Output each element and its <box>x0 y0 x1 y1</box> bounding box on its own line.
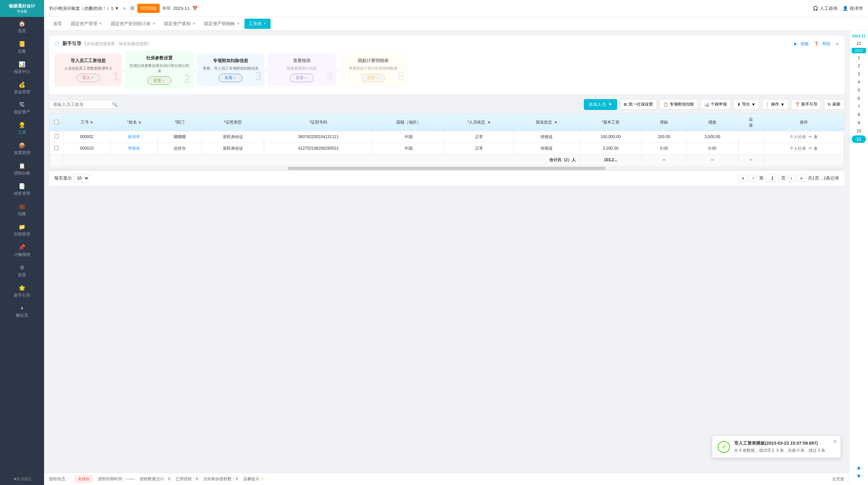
edit-btn[interactable]: ✏ <box>809 146 812 151</box>
guide-video-link[interactable]: ▶ 视频 <box>794 41 809 47</box>
step1-btn[interactable]: 导入＞ <box>76 74 100 82</box>
add-account-icon[interactable]: ＋ <box>122 5 127 12</box>
tab-payroll[interactable]: 工资表 ✕ <box>244 19 271 29</box>
calendar-month-9[interactable]: 9 <box>852 119 866 127</box>
next-page-btn[interactable]: › <box>788 174 795 182</box>
toolbar: 🔍 添加人员 ▼ ⚙ 统一社保设置 <box>49 99 844 110</box>
tab-close-icon[interactable]: ✕ <box>99 21 102 26</box>
sidebar-pin-toggle[interactable]: ◀取消固定 <box>0 473 44 485</box>
calendar-month-1[interactable]: 1 <box>852 54 866 61</box>
sidebar-item-assets[interactable]: 🏗 固定资产 <box>0 98 44 118</box>
calendar-month-3[interactable]: 3 <box>852 70 866 78</box>
personal-tax-btn[interactable]: 📊 个税申报 <box>701 99 731 110</box>
sidebar-item-expense[interactable]: 📌 小畅报销 <box>0 241 44 261</box>
row-checkbox[interactable] <box>54 146 59 150</box>
calendar-down-icon[interactable]: ▼ <box>856 473 862 480</box>
sidebar-item-close[interactable]: 💼 结账 <box>0 200 44 220</box>
calendar-month-7[interactable]: 7 <box>852 103 866 110</box>
guide-step-3: 专项附加扣除信息 查看、导入员工专项附加扣除信息 查看＞ 3 <box>197 54 264 86</box>
topbar: 刘小艳演示账套（勿删勿动！）1 ▼ ＋ ⚙ 切到旧版 账期 2023-11 📅 … <box>44 0 868 17</box>
calendar-month-11-active[interactable]: 11 <box>852 135 866 143</box>
account-selector[interactable]: 刘小艳演示账套（勿删勿动！）1 ▼ <box>49 5 119 12</box>
step5-btn[interactable]: 查看＞ <box>361 74 385 82</box>
sort-employee-id-icon[interactable]: ⇅ <box>90 120 93 124</box>
tab-close-icon[interactable]: ✕ <box>237 21 240 26</box>
sidebar-item-ledger[interactable]: 📒 总账 <box>0 37 44 58</box>
settings-gear-icon[interactable]: ⚙ <box>130 5 135 12</box>
personal-insurance-btn[interactable]: 个人社保 <box>790 146 806 151</box>
tab-close-icon[interactable]: ✕ <box>263 21 267 26</box>
step3-btn[interactable]: 查看＞ <box>219 74 242 82</box>
tab-close-icon[interactable]: ✕ <box>192 21 195 26</box>
horizontal-scrollbar[interactable] <box>50 167 844 170</box>
calendar-month-2[interactable]: 2 <box>852 62 866 70</box>
step4-title: 查看报表 <box>293 58 311 64</box>
sort-name-icon[interactable]: ⇅ <box>138 120 141 124</box>
sidebar-item-funds[interactable]: 💰 资金管理 <box>0 78 44 98</box>
toast-close-btn[interactable]: ✕ <box>833 439 837 444</box>
sidebar-item-home[interactable]: 🏠 首页 <box>0 17 44 37</box>
first-page-btn[interactable]: « <box>739 174 747 182</box>
calendar-month-6[interactable]: 6 <box>852 95 866 102</box>
per-page-dropdown[interactable]: 10 20 50 <box>73 174 90 182</box>
calendar-month-12-2022[interactable]: 12 <box>852 40 866 47</box>
sidebar-item-sales[interactable]: 📋 进销台账 <box>0 159 44 180</box>
auth-label: 授权状态： <box>49 476 70 482</box>
tab-fixed-assets[interactable]: 固定资产管理 ✕ <box>67 19 106 29</box>
operations-btn[interactable]: ⋮ 操作 ▼ <box>762 99 788 110</box>
filter-status-icon[interactable]: ▼ <box>487 120 491 124</box>
step4-btn[interactable]: 查看＞ <box>290 74 314 82</box>
guide-close-icon[interactable]: ✕ <box>835 41 839 46</box>
employee-name-link[interactable]: 徐泽华 <box>128 134 140 139</box>
sidebar-item-member[interactable]: ♦ 畅会员 <box>0 302 44 322</box>
delete-btn[interactable]: 🗑 <box>814 146 818 151</box>
last-page-btn[interactable]: » <box>797 174 806 182</box>
search-input[interactable] <box>53 102 110 107</box>
edit-btn[interactable]: ✏ <box>809 134 812 139</box>
employee-name-link[interactable]: 李俊杰 <box>128 146 140 151</box>
calendar-month-4[interactable]: 4 <box>852 78 866 86</box>
calendar-up-icon[interactable]: ▲ <box>856 464 862 471</box>
personal-insurance-btn[interactable]: 个人社保 <box>790 134 806 139</box>
prev-page-btn[interactable]: ‹ <box>749 174 757 182</box>
sidebar-item-payroll[interactable]: 👷 工资 <box>0 118 44 139</box>
sidebar-item-tax[interactable]: 📑 税务管理 <box>0 180 44 200</box>
export-btn[interactable]: ⬇ 导出 ▼ <box>733 99 759 110</box>
refresh-btn[interactable]: ↻ 刷新 <box>824 99 844 110</box>
sidebar-item-archive[interactable]: 📁 归档管理 <box>0 220 44 241</box>
page-label: 页 <box>781 175 786 181</box>
sidebar-item-settings[interactable]: ⚙ 设置 <box>0 261 44 281</box>
calendar-icon[interactable]: 📅 <box>192 6 198 11</box>
select-all-checkbox[interactable] <box>54 120 59 124</box>
tab-detail-ledger[interactable]: 固定资产明细账 ✕ <box>200 19 244 29</box>
ai-consult-btn[interactable]: 🎧 人工咨询 <box>813 5 837 12</box>
filter-submit-icon[interactable]: ▼ <box>554 120 557 124</box>
new-guide-btn[interactable]: ❓ 新手引导 <box>791 99 821 110</box>
search-icon[interactable]: 🔍 <box>112 102 117 107</box>
sidebar-item-reports[interactable]: 📊 报表中心 <box>0 58 44 78</box>
step2-btn[interactable]: 设置＞ <box>147 76 171 85</box>
add-employee-btn[interactable]: 添加人员 ▼ <box>584 99 617 110</box>
calendar-month-8[interactable]: 8 <box>852 111 866 118</box>
delete-btn[interactable]: 🗑 <box>814 134 818 139</box>
page-number-input[interactable] <box>766 174 779 182</box>
calendar-month-5[interactable]: 5 <box>852 87 866 94</box>
switch-version-btn[interactable]: 切到旧版 <box>137 4 160 13</box>
guide-help-link[interactable]: ❓ 帮助 <box>814 41 830 47</box>
tab-home[interactable]: 首页 <box>49 19 66 29</box>
row-checkbox[interactable] <box>54 134 59 138</box>
social-insurance-btn[interactable]: ⚙ 统一社保设置 <box>620 99 657 110</box>
calendar-month-10[interactable]: 10 <box>852 127 866 135</box>
col-base-salary: *基本工资 <box>579 114 642 131</box>
guide-step-1: 导入员工工资信息 人员信息及工资数据新增导入 导入＞ 1 <box>54 54 122 86</box>
go-auth-link[interactable]: 去充值 <box>832 476 844 482</box>
special-deduction-btn[interactable]: 📋 专项附加扣除 <box>659 99 698 110</box>
used-used: 已用授权：0 <box>176 476 198 482</box>
toast-content: 导入工资表模板(2023-03-23 15:07:59.897) 共 9 条数据… <box>734 440 835 453</box>
tab-close-icon[interactable]: ✕ <box>152 21 155 26</box>
tab-depreciation[interactable]: 固定资产折旧统计表 ✕ <box>107 19 159 29</box>
sidebar-item-newguide[interactable]: 🌟 新手引导 <box>0 281 44 302</box>
sidebar-item-invoice[interactable]: 📦 发票管理 <box>0 139 44 159</box>
tab-category[interactable]: 固定资产类别 ✕ <box>160 19 199 29</box>
search-input-wrap: 🔍 <box>49 100 117 109</box>
